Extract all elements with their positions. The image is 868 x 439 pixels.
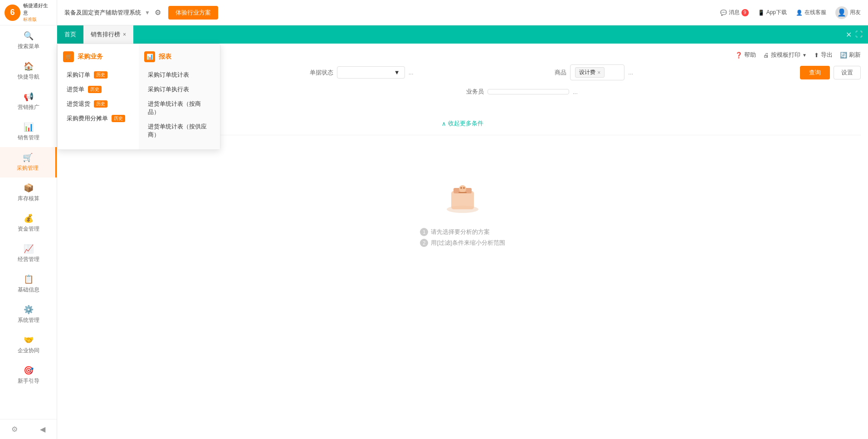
goods-tag-close[interactable]: × — [597, 69, 600, 76]
collapse-label: 收起更多条件 — [448, 119, 483, 128]
sidebar-item-basic[interactable]: 📋 基础信息 — [0, 269, 57, 299]
user-label: 用友 — [850, 9, 861, 16]
app-download-item[interactable]: 📱 App下载 — [758, 9, 787, 16]
sidebar-item-inventory[interactable]: 📦 库存核算 — [0, 178, 57, 208]
report-header-label: 报表 — [159, 53, 171, 61]
order-status-chevron: ▼ — [394, 69, 400, 76]
goods-input[interactable]: 设计费 × — [570, 64, 624, 80]
menu-item-incoming-stat-supplier[interactable]: 进货单统计表（按供应商） — [144, 119, 215, 142]
user-item[interactable]: 👤 用友 — [835, 6, 861, 19]
salesman-input[interactable] — [488, 89, 569, 94]
export-btn[interactable]: ⬆ 导出 — [814, 51, 833, 59]
svg-point-5 — [463, 187, 465, 189]
print-arrow-icon: ▼ — [802, 53, 807, 58]
query-button[interactable]: 查询 — [800, 66, 830, 79]
enterprise-icon: 🤝 — [24, 335, 34, 345]
sidebar-item-guide[interactable]: 🎯 新手引导 — [0, 360, 57, 390]
message-icon: 💬 — [720, 10, 727, 16]
query-action-group: 查询 设置 — [800, 66, 861, 79]
refresh-icon: 🔄 — [840, 52, 847, 59]
print-icon: 🖨 — [763, 52, 769, 59]
inventory-icon: 📦 — [24, 183, 34, 193]
goods-group: 商品 设计费 × ... — [555, 64, 793, 80]
logo-icon: 6 — [5, 5, 20, 21]
sidebar-label-sales: 销售管理 — [18, 134, 39, 142]
app-name: 畅捷通好生意 — [23, 2, 52, 16]
dropdown-arrow-icon[interactable]: ▼ — [145, 10, 150, 16]
expense-label: 采购费用分摊单 — [67, 114, 108, 123]
hist-badge-2: 历史 — [88, 86, 102, 93]
sidebar-label-basic: 基础信息 — [18, 286, 39, 294]
sidebar-item-system[interactable]: ⚙️ 系统管理 — [0, 299, 57, 330]
tab-window-close-icon[interactable]: ✕ — [846, 30, 852, 39]
order-status-select[interactable]: ▼ — [337, 66, 405, 79]
tab-home[interactable]: 首页 — [57, 25, 83, 44]
logo: 6 畅捷通好生意 标准版 — [0, 0, 57, 25]
app-badge: 标准版 — [23, 16, 52, 23]
purchase-order-label: 采购订单 — [67, 71, 90, 79]
sidebar-nav: 🔍 搜索菜单 🏠 快捷导航 📢 营销推广 📊 销售管理 🛒 采购管理 📦 库存核… — [0, 25, 57, 419]
purchase-menu-header: 🛒 采购业务 — [63, 51, 133, 62]
tab-maximize-icon[interactable]: ⛶ — [855, 30, 863, 39]
sidebar-item-enterprise[interactable]: 🤝 企业协同 — [0, 330, 57, 360]
sidebar-item-sales[interactable]: 📊 销售管理 — [0, 117, 57, 147]
sidebar-item-operation[interactable]: 📈 经营管理 — [0, 238, 57, 269]
purchase-header-label: 采购业务 — [78, 53, 103, 61]
export-icon: ⬆ — [814, 52, 819, 59]
system-icon: ⚙️ — [24, 305, 34, 315]
phone-icon: 📱 — [758, 10, 765, 16]
sidebar-item-quick[interactable]: 🏠 快捷导航 — [0, 56, 57, 86]
sales-icon: 📊 — [24, 122, 34, 132]
refresh-label: 刷新 — [849, 51, 861, 59]
menu-item-return[interactable]: 进货退货 历史 — [63, 97, 133, 111]
salesman-dots[interactable]: ... — [573, 89, 578, 95]
empty-tip-2: 2 用[过滤]条件来缩小分析范围 — [420, 239, 505, 247]
goods-label: 商品 — [555, 69, 566, 77]
order-exec-label: 采购订单执行表 — [148, 85, 189, 94]
settings-footer-icon[interactable]: ⚙ — [11, 425, 18, 434]
online-service-label: 在线客服 — [805, 9, 826, 16]
sidebar-item-search[interactable]: 🔍 搜索菜单 — [0, 25, 57, 56]
gear-icon[interactable]: ⚙ — [155, 8, 161, 17]
collapse-sidebar-icon[interactable]: ◀ — [40, 425, 45, 434]
message-item[interactable]: 💬 消息 9 — [720, 9, 749, 16]
tab-sales-rank[interactable]: 销售排行榜 × — [83, 25, 133, 44]
goods-tag-label: 设计费 — [579, 69, 595, 76]
purchase-icon: 🛒 — [23, 153, 33, 163]
sidebar-item-purchase[interactable]: 🛒 采购管理 — [0, 147, 57, 178]
menu-item-order-exec[interactable]: 采购订单执行表 — [144, 82, 215, 97]
incoming-stat-supplier-label: 进货单统计表（按供应商） — [148, 123, 211, 139]
purchase-menu-header-icon: 🛒 — [63, 51, 74, 62]
refresh-btn[interactable]: 🔄 刷新 — [840, 51, 861, 59]
menu-item-purchase-order[interactable]: 采购订单 历史 — [63, 68, 133, 82]
hist-badge-3: 历史 — [94, 100, 107, 108]
menu-item-incoming[interactable]: 进货单 历史 — [63, 82, 133, 97]
search-icon: 🔍 — [24, 31, 34, 41]
incoming-label: 进货单 — [67, 85, 84, 94]
setting-button[interactable]: 设置 — [834, 66, 861, 79]
online-service-item[interactable]: 👤 在线客服 — [796, 9, 826, 16]
menu-item-expense[interactable]: 采购费用分摊单 历史 — [63, 111, 133, 126]
help-btn[interactable]: ❓ 帮助 — [735, 51, 756, 59]
order-status-dots[interactable]: ... — [409, 69, 414, 76]
salesman-label: 业务员 — [466, 88, 484, 96]
goods-dots[interactable]: ... — [628, 69, 633, 76]
empty-tips: 1 请先选择要分析的方案 2 用[过滤]条件来缩小分析范围 — [420, 228, 505, 250]
sidebar-item-marketing[interactable]: 📢 营销推广 — [0, 86, 57, 117]
tab-close-icon[interactable]: × — [123, 31, 126, 38]
menu-item-incoming-stat-goods[interactable]: 进货单统计表（按商品） — [144, 97, 215, 119]
report-menu-header: 📊 报表 — [144, 51, 215, 62]
sidebar-label-search: 搜索菜单 — [18, 43, 39, 50]
industry-btn[interactable]: 体验行业方案 — [168, 6, 218, 20]
menu-item-order-stat[interactable]: 采购订单统计表 — [144, 68, 215, 82]
help-icon: ❓ — [735, 52, 742, 59]
print-label: 按模板打印 — [771, 51, 800, 59]
empty-illustration — [440, 175, 485, 221]
app-download-label: App下载 — [766, 9, 787, 16]
sidebar: 6 畅捷通好生意 标准版 🔍 搜索菜单 🏠 快捷导航 📢 营销推广 📊 销售管理… — [0, 0, 57, 439]
print-btn[interactable]: 🖨 按模板打印 ▼ — [763, 51, 807, 59]
purchase-dropdown-menu: 🛒 采购业务 采购订单 历史 进货单 历史 进货退货 历史 采购费用分摊单 历史… — [57, 44, 220, 150]
sidebar-item-finance[interactable]: 💰 资金管理 — [0, 208, 57, 238]
topbar-title: 装备及固定资产辅助管理系统 — [64, 9, 141, 17]
sidebar-label-operation: 经营管理 — [18, 256, 39, 263]
